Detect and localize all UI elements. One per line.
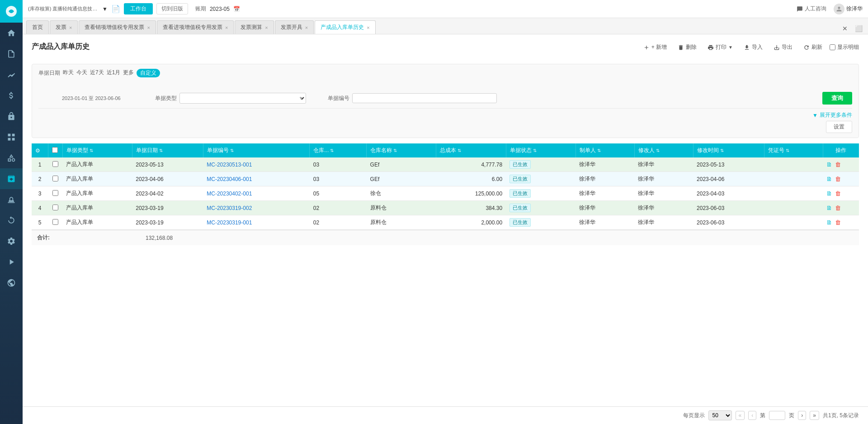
sidebar-item-home[interactable] bbox=[0, 23, 23, 43]
export-button[interactable]: 导出 bbox=[770, 42, 796, 53]
sidebar-item-chart[interactable] bbox=[0, 64, 23, 85]
show-detail-toggle[interactable]: 显示明细 bbox=[830, 43, 859, 51]
col-number[interactable]: 单据编号⇅ bbox=[203, 143, 310, 157]
sidebar-item-money[interactable] bbox=[0, 85, 23, 106]
sidebar-item-settings2[interactable] bbox=[0, 231, 23, 252]
col-modifier[interactable]: 修改人⇅ bbox=[634, 143, 693, 157]
col-warehouse-code[interactable]: 仓库...⇅ bbox=[310, 143, 367, 157]
print-button[interactable]: 打印 ▼ bbox=[704, 42, 736, 53]
col-date[interactable]: 单据日期⇅ bbox=[132, 143, 203, 157]
delete-button[interactable]: 删除 bbox=[674, 42, 700, 53]
month-link[interactable]: 近1月 bbox=[107, 69, 121, 77]
query-button[interactable]: 查询 bbox=[822, 92, 852, 105]
select-all-checkbox[interactable] bbox=[52, 147, 58, 153]
col-voucher[interactable]: 凭证号⇅ bbox=[764, 143, 823, 157]
maximize-button[interactable]: ⬜ bbox=[853, 24, 864, 33]
row-number-link[interactable]: MC-20230319-001 bbox=[207, 219, 252, 226]
sidebar-item-category[interactable] bbox=[0, 148, 23, 168]
row-number[interactable]: MC-20230513-001 bbox=[203, 157, 310, 172]
select-all-header[interactable] bbox=[48, 143, 62, 157]
new-button[interactable]: + 新增 bbox=[640, 42, 670, 53]
row-number-link[interactable]: MC-20230402-001 bbox=[207, 191, 252, 197]
row-checkbox[interactable] bbox=[52, 219, 58, 225]
delete-icon[interactable]: 🗑 bbox=[835, 219, 841, 226]
tab-invoice[interactable]: 发票 × bbox=[50, 20, 78, 34]
row-checkbox[interactable] bbox=[52, 161, 58, 167]
col-status[interactable]: 单据状态⇅ bbox=[506, 143, 576, 157]
tab-product-inbound[interactable]: 产成品入库单历史 × bbox=[315, 20, 375, 34]
refresh-button[interactable]: 刷新 bbox=[800, 42, 826, 53]
row-checkbox-cell[interactable] bbox=[48, 157, 62, 172]
tab-invoice-open[interactable]: 发票开具 × bbox=[275, 20, 314, 34]
tab-invoice-open-close[interactable]: × bbox=[305, 25, 308, 30]
yesterday-link[interactable]: 昨天 bbox=[63, 69, 74, 77]
row-checkbox-cell[interactable] bbox=[48, 172, 62, 186]
row-number[interactable]: MC-20230319-002 bbox=[203, 201, 310, 215]
calendar-icon[interactable]: 📅 bbox=[233, 6, 240, 12]
import-button[interactable]: 导入 bbox=[740, 42, 766, 53]
delete-icon[interactable]: 🗑 bbox=[835, 176, 841, 182]
tab-purchase-invoice[interactable]: 查看进项增值税专用发票 × bbox=[157, 20, 234, 34]
row-number-link[interactable]: MC-20230406-001 bbox=[207, 176, 252, 182]
sidebar-item-version[interactable] bbox=[0, 272, 23, 293]
row-checkbox[interactable] bbox=[52, 176, 58, 181]
col-type[interactable]: 单据类型⇅ bbox=[62, 143, 132, 157]
tab-invoice-close[interactable]: × bbox=[69, 25, 72, 30]
col-modify-time[interactable]: 修改时间⇅ bbox=[693, 143, 764, 157]
row-checkbox[interactable] bbox=[52, 205, 58, 210]
edit-icon[interactable]: 🗎 bbox=[826, 190, 832, 197]
col-settings-icon-header[interactable]: ⚙ bbox=[32, 143, 48, 157]
row-checkbox[interactable] bbox=[52, 190, 58, 196]
company-selector[interactable]: (库存核算) 直播轻纯通信息技术股份... ▼ bbox=[28, 5, 108, 12]
sidebar-item-lock[interactable] bbox=[0, 106, 23, 127]
week-link[interactable]: 近7天 bbox=[90, 69, 104, 77]
tab-invoice-calc[interactable]: 发票测算 × bbox=[235, 20, 274, 34]
sidebar-item-box[interactable] bbox=[0, 168, 23, 189]
col-creator[interactable]: 制单人⇅ bbox=[576, 143, 634, 157]
switch-version-button[interactable]: 切到旧版 bbox=[156, 3, 188, 14]
row-number[interactable]: MC-20230319-001 bbox=[203, 215, 310, 230]
more-link[interactable]: 更多 bbox=[123, 69, 134, 77]
row-number[interactable]: MC-20230402-001 bbox=[203, 186, 310, 201]
show-detail-checkbox[interactable] bbox=[830, 44, 835, 50]
number-filter-input[interactable] bbox=[352, 93, 497, 103]
sidebar-item-refresh[interactable] bbox=[0, 210, 23, 231]
print-dropdown-icon[interactable]: ▼ bbox=[728, 45, 733, 50]
edit-icon[interactable]: 🗎 bbox=[826, 205, 832, 211]
tab-product-inbound-close[interactable]: × bbox=[367, 25, 369, 30]
close-all-tabs-button[interactable]: ✕ bbox=[840, 24, 849, 33]
row-checkbox-cell[interactable] bbox=[48, 186, 62, 201]
edit-icon[interactable]: 🗎 bbox=[826, 161, 832, 168]
tab-sales-invoice-close[interactable]: × bbox=[147, 25, 150, 30]
row-checkbox-cell[interactable] bbox=[48, 215, 62, 230]
workbench-button[interactable]: 工作台 bbox=[124, 3, 153, 14]
row-number-link[interactable]: MC-20230319-002 bbox=[207, 205, 252, 211]
row-checkbox-cell[interactable] bbox=[48, 201, 62, 215]
tab-home[interactable]: 首页 bbox=[26, 20, 49, 34]
tab-sales-invoice[interactable]: 查看销项增值税专用发票 × bbox=[79, 20, 156, 34]
first-page-button[interactable]: « bbox=[736, 411, 745, 420]
delete-icon[interactable]: 🗑 bbox=[835, 190, 841, 197]
today-link[interactable]: 今天 bbox=[76, 69, 87, 77]
help-service[interactable]: 人工咨询 bbox=[797, 5, 826, 13]
row-number-link[interactable]: MC-20230513-001 bbox=[207, 162, 252, 168]
sidebar-item-grid[interactable] bbox=[0, 127, 23, 148]
next-page-button[interactable]: › bbox=[798, 411, 806, 420]
sidebar-item-stamp[interactable] bbox=[0, 189, 23, 210]
sidebar-item-play[interactable] bbox=[0, 252, 23, 272]
row-number[interactable]: MC-20230406-001 bbox=[203, 172, 310, 186]
edit-icon[interactable]: 🗎 bbox=[826, 219, 832, 226]
sidebar-item-document[interactable] bbox=[0, 43, 23, 64]
set-button[interactable]: 设置 bbox=[826, 121, 852, 133]
col-warehouse-name[interactable]: 仓库名称⇅ bbox=[367, 143, 436, 157]
per-page-select[interactable]: 50 100 bbox=[708, 410, 732, 420]
custom-link[interactable]: 自定义 bbox=[137, 69, 160, 77]
delete-icon[interactable]: 🗑 bbox=[835, 205, 841, 211]
user-info[interactable]: 徐泽华 bbox=[834, 4, 863, 14]
tab-invoice-calc-close[interactable]: × bbox=[265, 25, 268, 30]
delete-icon[interactable]: 🗑 bbox=[835, 161, 841, 168]
tab-purchase-invoice-close[interactable]: × bbox=[225, 25, 228, 30]
type-filter-select[interactable] bbox=[179, 93, 306, 104]
company-dropdown-icon[interactable]: ▼ bbox=[102, 6, 108, 12]
prev-page-button[interactable]: ‹ bbox=[748, 411, 756, 420]
